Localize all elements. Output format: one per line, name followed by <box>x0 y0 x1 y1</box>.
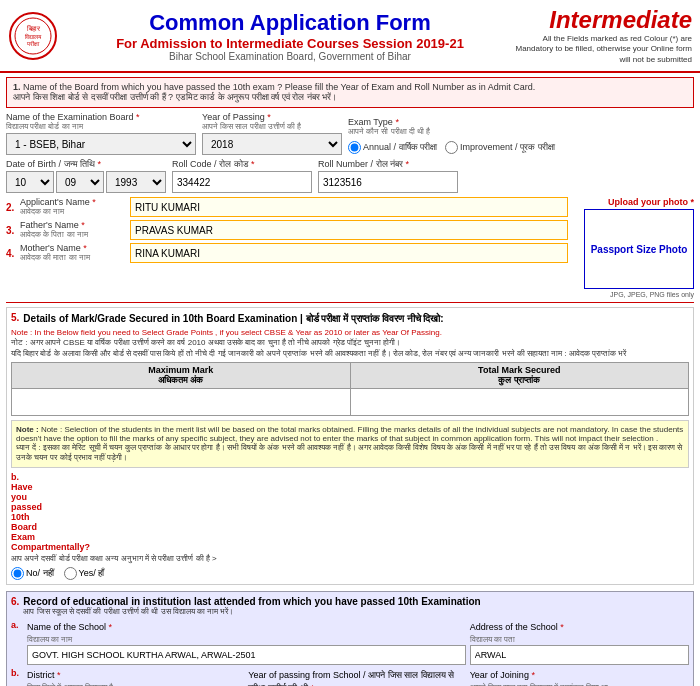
badge-title: Intermediate <box>512 6 692 34</box>
applicant-fields: 2. Applicant's Name * आवेदक का नाम 3. Fa… <box>6 197 568 298</box>
marks-col1-header: Maximum Mark अधिकतम अंक <box>12 363 351 389</box>
dob-selects: 10 09 1993 <box>6 171 166 193</box>
header-center: Common Application Form For Admission to… <box>68 10 512 62</box>
section5: 5. Details of Mark/Grade Secured in 10th… <box>6 307 694 585</box>
year-join-label: Year of Joining * आपने किस साल उस विद्या… <box>470 670 609 686</box>
badge-note: All the Fields marked as red Colour (*) … <box>512 34 692 65</box>
school-row-b: b. District * किस जिले में आपका विद्यालय… <box>11 668 689 686</box>
section5-title-wrap: Details of Mark/Grade Secured in 10th Bo… <box>23 312 443 325</box>
mother-name-input[interactable] <box>130 243 568 263</box>
district-label: District * किस जिले में आपका विद्यालय है <box>27 670 113 686</box>
year-label: Year of Passing * आपने किस साल परीक्षा उ… <box>202 112 342 132</box>
district-group: District * किस जिले में आपका विद्यालय है… <box>27 668 244 686</box>
logo-icon: बिहार विद्यालय परीक्षा <box>8 11 58 61</box>
year-join-group: Year of Joining * आपने किस साल उस विद्या… <box>470 668 689 686</box>
year-pass-school-group: Year of passing from School / आपने जिस स… <box>248 668 465 686</box>
section5-num: 5. <box>11 312 19 323</box>
section6: 6. Record of educational in institution … <box>6 591 694 686</box>
section6-num: 6. <box>11 596 19 607</box>
roll-code-group: Roll Code / रोल कोड * <box>172 159 312 193</box>
father-name-row: 3. Father's Name * आवेदक के पिता का नाम <box>6 220 568 240</box>
divider-1 <box>6 302 694 303</box>
roll-code-label: Roll Code / रोल कोड * <box>172 159 312 170</box>
section1-label: Name of the Board from which you have pa… <box>23 82 535 92</box>
main-content: 1. Name of the Board from which you have… <box>0 73 700 686</box>
roll-code-input[interactable] <box>172 171 312 193</box>
row-a-label: a. <box>11 620 23 630</box>
photo-hint: JPG, JPEG, PNG files only <box>610 291 694 298</box>
section1-num: 1. <box>13 82 21 92</box>
yes-radio-label[interactable]: Yes/ हाँ <box>64 567 105 580</box>
dob-month-select[interactable]: 09 <box>56 171 104 193</box>
photo-upload-box[interactable]: Passport Size Photo <box>584 209 694 289</box>
mother-name-input-wrap <box>130 243 568 263</box>
board-year-exam-row: Name of the Examination Board * विद्यालय… <box>6 112 694 155</box>
page-title: Common Application Form <box>68 10 512 36</box>
selection-note: Note : Selection of the students in the … <box>16 425 683 443</box>
section1-notice: 1. Name of the Board from which you have… <box>6 77 694 108</box>
mother-name-label: Mother's Name * आवेदक की माता का नाम <box>20 243 130 263</box>
exam-annual-radio[interactable] <box>348 141 361 154</box>
board-name: Bihar School Examination Board, Governme… <box>68 51 512 62</box>
svg-text:परीक्षा: परीक्षा <box>26 40 40 47</box>
yes-radio[interactable] <box>64 567 77 580</box>
no-radio-label[interactable]: No/ नहीं <box>11 567 54 580</box>
year-select[interactable]: 2018 <box>202 133 342 155</box>
marks-row <box>12 389 689 416</box>
applicant-section: 2. Applicant's Name * आवेदक का नाम 3. Fa… <box>6 197 694 298</box>
exam-improvement-radio[interactable] <box>445 141 458 154</box>
roll-num-group: Roll Number / रोल नंबर * <box>318 159 458 193</box>
board-group: Name of the Examination Board * विद्यालय… <box>6 112 196 155</box>
header-badge-area: Intermediate All the Fields marked as re… <box>512 6 692 65</box>
dob-group: Date of Birth / जन्म तिथि * 10 09 1993 <box>6 159 166 193</box>
page-subtitle: For Admission to Intermediate Courses Se… <box>68 36 512 51</box>
section5-title: Details of Mark/Grade Secured in 10th Bo… <box>23 313 443 324</box>
exam-annual-radio-label[interactable]: Annual / वार्षिक परीक्षा <box>348 141 437 154</box>
address-group: Address of the School * विद्यालय का पता <box>470 620 689 665</box>
row-b-label: b. <box>11 668 23 678</box>
school-name-input[interactable] <box>27 645 466 665</box>
max-marks-input[interactable] <box>16 391 346 413</box>
district-year-group: District * किस जिले में आपका विद्यालय है… <box>27 668 466 686</box>
roll-num-input[interactable] <box>318 171 458 193</box>
father-name-input[interactable] <box>130 220 568 240</box>
marks-col2-header: Total Mark Secured कुल प्राप्तांक <box>350 363 689 389</box>
compartment-radio-group: No/ नहीं Yes/ हाँ <box>11 567 689 580</box>
field-num-2: 2. <box>6 202 20 213</box>
field-num-4: 4. <box>6 248 20 259</box>
year-group: Year of Passing * आपने किस साल परीक्षा उ… <box>202 112 342 155</box>
dob-year-select[interactable]: 1993 <box>106 171 166 193</box>
section5-note: Note : In the Below field you need to Se… <box>11 328 689 337</box>
exam-type-group: Exam Type * आपने कौन सी परीक्षा दी थी है… <box>348 117 555 155</box>
svg-text:विद्यालय: विद्यालय <box>24 33 42 40</box>
section6-title-wrap: Record of educational in institution las… <box>23 596 480 617</box>
year-pass-label: Year of passing from School / आपने जिस स… <box>248 670 454 686</box>
dob-day-select[interactable]: 10 <box>6 171 54 193</box>
section1-label-hindi: आपने किस शिक्षा बोर्ड से दसवीं परीक्षा उ… <box>13 92 337 102</box>
mother-name-row: 4. Mother's Name * आवेदक की माता का नाम <box>6 243 568 263</box>
exam-improvement-radio-label[interactable]: Improvement / पूरक परीक्षा <box>445 141 555 154</box>
page-header: बिहार विद्यालय परीक्षा Common Applicatio… <box>0 0 700 73</box>
q-hindi: आप अपने दसवीं बोर्ड परीक्षा कक्षा अन्य अ… <box>11 554 689 564</box>
exam-type-label: Exam Type * आपने कौन सी परीक्षा दी थी है <box>348 117 555 137</box>
roll-num-label: Roll Number / रोल नंबर * <box>318 159 458 170</box>
selection-note-hindi: ध्यान दें : इसका का मेरिट सूची में चयन क… <box>16 443 682 462</box>
address-input[interactable] <box>470 645 689 665</box>
applicant-name-row: 2. Applicant's Name * आवेदक का नाम <box>6 197 568 217</box>
applicant-name-input[interactable] <box>130 197 568 217</box>
section5-note-hindi: नोट : अगर आपने CBSE या वर्षिक परीक्षा उत… <box>11 338 689 348</box>
dob-roll-row: Date of Birth / जन्म तिथि * 10 09 1993 R… <box>6 159 694 193</box>
section5-note2: यदि बिहार बोर्ड के अलावा किसी और बोर्ड स… <box>11 349 689 359</box>
board-select[interactable]: 1 - BSEB, Bihar <box>6 133 196 155</box>
no-radio[interactable] <box>11 567 24 580</box>
total-marks-input[interactable] <box>355 391 685 413</box>
svg-text:बिहार: बिहार <box>26 24 41 32</box>
section6-title-hindi: आप जिस स्कूल से दसवीं की परीक्षा उत्तीर्… <box>23 607 480 617</box>
selection-note-box: Note : Note : Selection of the students … <box>11 420 689 468</box>
school-row-a: a. Name of the School * विद्यालय का नाम … <box>11 620 689 665</box>
field-num-3: 3. <box>6 225 20 236</box>
address-label: Address of the School * विद्यालय का पता <box>470 622 564 644</box>
compartment-question-row: b. Have you passed 10th Board Exam Compa… <box>11 472 689 552</box>
upload-label: Upload your photo * <box>608 197 694 207</box>
board-label: Name of the Examination Board * विद्यालय… <box>6 112 196 132</box>
